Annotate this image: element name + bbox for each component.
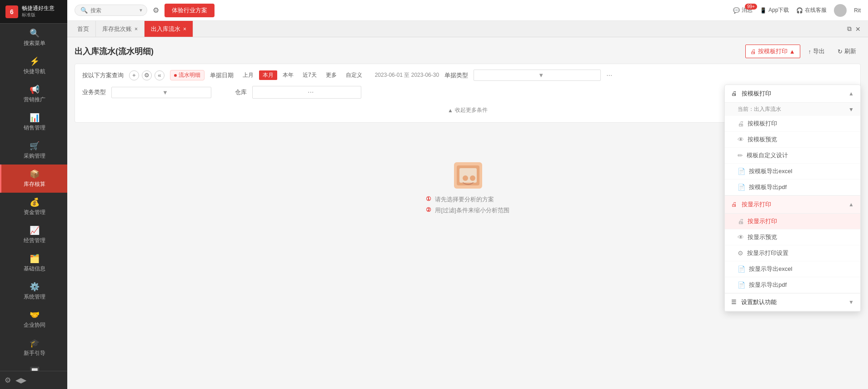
template-preview-item[interactable]: 👁 按模板预览 <box>725 132 860 148</box>
display-print-section-icon: 🖨 <box>731 201 737 208</box>
display-export-excel-item[interactable]: 📄 按显示导出excel <box>725 261 860 277</box>
inventory-icon: 📦 <box>30 169 40 179</box>
display-preview-item[interactable]: 👁 按显示预览 <box>725 229 860 245</box>
doc-type-more[interactable]: ··· <box>606 71 612 80</box>
display-print-item[interactable]: 🖨 按显示打印 <box>725 214 860 229</box>
display-print-section-header[interactable]: 🖨 按显示打印 ▲ <box>725 196 860 214</box>
printer-icon-sub1: 🖨 <box>738 120 744 127</box>
date-tab-last-month[interactable]: 上月 <box>239 70 257 80</box>
chevron-up-icon: ▲ <box>789 48 795 55</box>
refresh-icon: ↻ <box>838 48 843 55</box>
refresh-btn[interactable]: ↻ 刷新 <box>833 45 861 58</box>
sidebar-item-shortcut[interactable]: ⚡ 快捷导航 <box>0 52 67 80</box>
pdf-icon-sub1: 📄 <box>738 184 745 191</box>
default-setting-header[interactable]: ☰ 设置默认功能 ▼ <box>725 294 860 311</box>
title-actions: 🖨 按模板打印 ▲ ↑ 导出 ↻ 刷新 <box>745 45 861 58</box>
tab-maximize-area: ⧉ ✕ <box>843 25 864 33</box>
main-content: 🔍 ▼ ⚙ 体验行业方案 💬 消息 99+ 📱 App下载 🎧 在线客服 Rit <box>67 0 868 389</box>
sidebar-item-appstore[interactable]: 🔲 应用中心 <box>0 362 67 371</box>
settings-gear-icon[interactable]: ⚙ <box>153 6 159 15</box>
settings-icon-sub: ⚙ <box>738 249 743 257</box>
template-export-pdf-item[interactable]: 📄 按模板导出pdf <box>725 180 860 195</box>
date-tab-this-month[interactable]: 本月 <box>259 70 277 80</box>
operation-icon: 📈 <box>30 225 40 235</box>
avatar[interactable] <box>834 4 847 17</box>
template-print-item[interactable]: 🖨 按模板打印 <box>725 116 860 132</box>
page-title-row: 出入库流水(流水明细) 🖨 按模板打印 ▲ ↑ 导出 ↻ 刷新 <box>75 45 861 58</box>
sidebar-item-basic[interactable]: 🗂️ 基础信息 <box>0 249 67 277</box>
page-content: 出入库流水(流水明细) 🖨 按模板打印 ▲ ↑ 导出 ↻ 刷新 <box>67 37 868 389</box>
warehouse-more[interactable]: ··· <box>308 88 357 96</box>
guide-icon: 🎓 <box>30 338 40 348</box>
username[interactable]: Rit <box>854 7 861 14</box>
template-export-excel-item[interactable]: 📄 按模板导出excel <box>725 164 860 180</box>
tab-batch[interactable]: 库存批次账 × <box>96 21 145 37</box>
restore-window-btn[interactable]: ⧉ <box>847 25 852 33</box>
template-design-item[interactable]: ✏ 模板自定义设计 <box>725 148 860 164</box>
header-search-bar[interactable]: 🔍 ▼ <box>75 5 147 16</box>
tab-batch-close[interactable]: × <box>135 26 138 32</box>
sidebar-item-marketing[interactable]: 📢 营销推广 <box>0 80 67 108</box>
trial-btn[interactable]: 体验行业方案 <box>165 4 215 17</box>
display-print-settings-item[interactable]: ⚙ 按显示打印设置 <box>725 245 860 261</box>
sidebar-logo: 6 畅捷通好生意 标准版 <box>0 0 67 24</box>
sidebar-item-label-guide: 新手引导 <box>24 349 45 357</box>
sidebar-item-collab[interactable]: 🤝 企业协同 <box>0 305 67 334</box>
export-icon: ↑ <box>808 48 812 55</box>
date-tab-this-year[interactable]: 本年 <box>279 70 297 80</box>
sidebar-item-label-inventory: 库存核算 <box>24 180 45 188</box>
settings-icon[interactable]: ⚙ <box>5 376 11 384</box>
biz-type-label: 业务类型 <box>82 88 106 96</box>
print-dropdown: 🖨 按模板打印 ▲ 当前：出入库流水 ▼ 🖨 按模板打印 👁 按模板预览 ✏ 模… <box>724 85 861 312</box>
date-tab-7days[interactable]: 近7天 <box>299 70 320 80</box>
sidebar-item-guide[interactable]: 🎓 新手引导 <box>0 334 67 362</box>
template-print-btn[interactable]: 🖨 按模板打印 ▲ <box>745 45 800 58</box>
sidebar-item-operation[interactable]: 📈 经营管理 <box>0 221 67 249</box>
headset-icon: 🎧 <box>796 7 803 14</box>
template-print-section-header[interactable]: 🖨 按模板打印 ▲ <box>725 85 860 103</box>
filter-actions: + ⚙ « <box>129 70 165 80</box>
message-btn[interactable]: 💬 消息 99+ <box>733 6 753 14</box>
basic-icon: 🗂️ <box>30 254 40 264</box>
sidebar-item-finance[interactable]: 💰 资金管理 <box>0 193 67 221</box>
empty-step-1: ① 请先选择要分析的方案 <box>426 195 509 204</box>
sidebar-item-label-marketing: 营销推广 <box>24 96 45 104</box>
biz-type-select[interactable]: ▼ <box>111 87 211 98</box>
header-right: 💬 消息 99+ 📱 App下载 🎧 在线客服 Rit <box>733 4 861 17</box>
sidebar-item-purchase[interactable]: 🛒 采购管理 <box>0 136 67 165</box>
warehouse-select[interactable]: ··· <box>252 86 361 99</box>
online-service-btn[interactable]: 🎧 在线客服 <box>796 6 827 14</box>
filter-collapse-btn[interactable]: « <box>155 70 165 80</box>
sidebar-item-label-finance: 资金管理 <box>24 209 45 216</box>
date-tab-custom[interactable]: 自定义 <box>342 70 366 80</box>
sidebar-item-label-operation: 经营管理 <box>24 237 45 244</box>
tab-flow-close[interactable]: × <box>183 26 186 32</box>
doc-type-select[interactable]: ▼ <box>474 70 601 81</box>
date-tab-more[interactable]: 更多 <box>322 70 340 80</box>
sidebar-item-label-search: 搜索菜单 <box>24 40 45 47</box>
close-tab-btn[interactable]: ✕ <box>855 25 861 33</box>
sidebar-item-system[interactable]: ⚙️ 系统管理 <box>0 277 67 305</box>
sidebar-nav: 🔍 搜索菜单 ⚡ 快捷导航 📢 营销推广 📊 销售管理 🛒 采购管理 📦 库存核… <box>0 24 67 371</box>
appstore-icon: 🔲 <box>30 366 40 371</box>
app-download-btn[interactable]: 📱 App下载 <box>760 6 789 14</box>
chevron-up-icon-collapse: ▲ <box>448 107 453 114</box>
filter-tag[interactable]: 流水明细 <box>170 70 205 80</box>
sidebar-item-search[interactable]: 🔍 搜索菜单 <box>0 24 67 52</box>
filter-settings-btn[interactable]: ⚙ <box>142 70 152 80</box>
sidebar-item-inventory[interactable]: 📦 库存核算 <box>0 165 67 193</box>
template-current-label: 当前：出入库流水 ▼ <box>725 103 860 116</box>
sidebar-item-sales[interactable]: 📊 销售管理 <box>0 108 67 136</box>
sidebar-bottom: ⚙ ◀▶ <box>0 371 67 389</box>
display-export-pdf-item[interactable]: 📄 按显示导出pdf <box>725 277 860 293</box>
svg-rect-2 <box>459 168 477 183</box>
filter-add-btn[interactable]: + <box>129 70 139 80</box>
svg-point-3 <box>463 175 468 181</box>
export-btn[interactable]: ↑ 导出 <box>804 45 830 58</box>
collapse-sidebar-icon[interactable]: ◀▶ <box>15 376 26 384</box>
search-input[interactable] <box>90 7 136 14</box>
shortcut-icon: ⚡ <box>30 56 40 66</box>
sidebar-item-label-collab: 企业协同 <box>24 321 45 329</box>
tab-flow[interactable]: 出入库流水 × <box>145 21 193 37</box>
tab-home[interactable]: 首页 <box>71 21 96 37</box>
